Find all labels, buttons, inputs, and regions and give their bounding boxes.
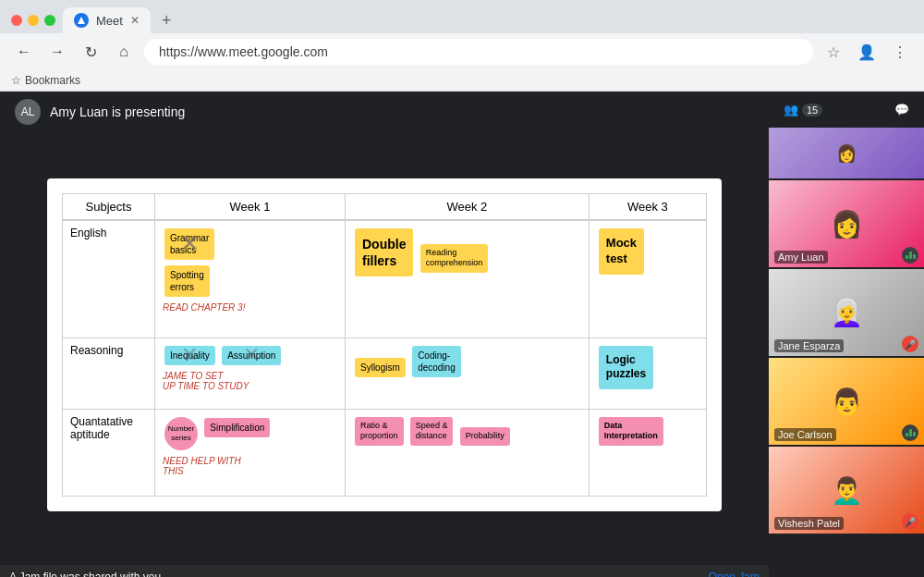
more-options-button[interactable]: ⋮ xyxy=(887,39,913,65)
video-tile-vishesh: 👨‍🦱 Vishesh Patel 🎤 xyxy=(769,447,924,534)
sticky-note: Coding-decoding xyxy=(412,346,461,377)
bookmark-star-button[interactable]: ☆ xyxy=(821,39,846,65)
participant-name-jane: Jane Esparza xyxy=(774,339,844,352)
refresh-button[interactable]: ↻ xyxy=(78,39,103,65)
video-tiles: 👩 👩 Amy Luan 👩‍🦳 Jane Esparza xyxy=(769,128,924,577)
sticky-note: Inequality✕ xyxy=(164,346,215,365)
td-cell: Inequality✕ Assumption✕ JAME TO SETUP TI… xyxy=(155,338,346,409)
col-header-week1: Week 1 xyxy=(155,194,346,221)
participant-count: 15 xyxy=(802,104,822,117)
whiteboard-table: Subjects Week 1 Week 2 Week 3 English xyxy=(62,193,707,497)
table-row: Quantatativeaptitude Numberseries Simpli… xyxy=(63,409,707,496)
chat-icon: 💬 xyxy=(894,103,909,117)
avatar: 👩 xyxy=(769,128,924,178)
bookmarks-label: Bookmarks xyxy=(25,74,80,87)
screen-content: Subjects Week 1 Week 2 Week 3 English xyxy=(0,132,769,565)
mic-indicator-joe xyxy=(902,424,918,441)
handwriting-note: READ CHAPTER 3! xyxy=(163,302,337,313)
people-icon: 👥 xyxy=(784,103,798,117)
sticky-note: Readingcomprehension xyxy=(420,244,489,273)
table-row: Reasoning Inequality✕ Assumption✕ JAME T… xyxy=(63,338,707,409)
participants-tab-button[interactable]: 👥 15 xyxy=(776,99,830,120)
meet-container: AL Amy Luan is presenting Subjects Week … xyxy=(0,92,924,577)
maximize-dot[interactable] xyxy=(44,15,55,26)
new-tab-button[interactable]: + xyxy=(162,11,172,31)
sticky-note: Grammarbasics✕ xyxy=(164,228,214,260)
sticky-note: Ratio &proportion xyxy=(355,417,404,446)
browser-dots xyxy=(11,15,55,26)
forward-button[interactable]: → xyxy=(44,39,70,65)
participant-name-vishesh: Vishesh Patel xyxy=(774,517,844,530)
participant-name-joe: Joe Carlson xyxy=(774,428,836,441)
video-tile-jane: 👩‍🦳 Jane Esparza 🎤 xyxy=(769,269,924,356)
sticky-note: DataInterpretation xyxy=(599,417,663,446)
jam-notification-text: A Jam file was shared with you xyxy=(9,571,161,577)
mic-muted-icon: 🎤 xyxy=(905,517,916,527)
td-cell: Doublefillers Readingcomprehension xyxy=(345,220,589,338)
video-tile-joe: 👨 Joe Carlson xyxy=(769,358,924,445)
video-tile-amy: 👩 Amy Luan xyxy=(769,180,924,267)
minimize-dot[interactable] xyxy=(28,15,39,26)
sticky-note: Logicpuzzles xyxy=(599,346,653,389)
mic-muted-icon: 🎤 xyxy=(905,339,916,350)
video-tile-top: 👩 xyxy=(769,128,924,178)
sticky-note: Doublefillers xyxy=(355,228,413,276)
mic-indicator-vishesh: 🎤 xyxy=(902,513,918,530)
tab-close-button[interactable]: ✕ xyxy=(130,14,140,27)
sticky-note: Probability xyxy=(460,427,510,446)
right-sidebar: 👥 15 💬 👩 👩 Amy Luan xyxy=(769,92,924,577)
tab-favicon xyxy=(74,13,89,28)
participant-name-amy: Amy Luan xyxy=(774,251,828,264)
sticky-note: Assumption✕ xyxy=(222,346,281,365)
close-dot[interactable] xyxy=(11,15,22,26)
td-cell: Syllogism Coding-decoding xyxy=(345,338,589,409)
col-header-week3: Week 3 xyxy=(589,194,706,221)
sound-bar xyxy=(906,252,916,259)
sidebar-header: 👥 15 💬 xyxy=(769,92,924,128)
presenter-bar: AL Amy Luan is presenting xyxy=(0,92,769,132)
back-button[interactable]: ← xyxy=(11,39,37,65)
td-cell: DataInterpretation xyxy=(589,409,706,496)
toolbar-icons: ☆ 👤 ⋮ xyxy=(821,39,913,65)
browser-toolbar: ← → ↻ ⌂ ☆ 👤 ⋮ xyxy=(0,33,924,70)
td-cell: Ratio &proportion Speed &distance Probab… xyxy=(345,409,589,496)
table-row: English Grammarbasics✕ Spottingerrors RE… xyxy=(63,220,707,338)
td-cell: Grammarbasics✕ Spottingerrors READ CHAPT… xyxy=(155,220,346,338)
subject-cell: Quantatativeaptitude xyxy=(63,409,155,496)
sticky-note: Syllogism xyxy=(355,358,406,377)
whiteboard: Subjects Week 1 Week 2 Week 3 English xyxy=(47,178,722,511)
handwriting-note: JAME TO SETUP TIME TO STUDY xyxy=(163,371,337,391)
sound-bar xyxy=(906,429,916,436)
jam-notification: A Jam file was shared with you Open Jam xyxy=(0,565,769,577)
profile-button[interactable]: 👤 xyxy=(854,39,880,65)
td-cell: Mocktest xyxy=(589,220,706,338)
presenter-avatar: AL xyxy=(15,99,41,125)
main-area: AL Amy Luan is presenting Subjects Week … xyxy=(0,92,769,577)
presenter-text: Amy Luan is presenting xyxy=(50,104,185,119)
td-cell: Logicpuzzles xyxy=(589,338,706,409)
tab-title: Meet xyxy=(96,14,123,28)
open-jam-button[interactable]: Open Jam xyxy=(709,571,760,577)
home-button[interactable]: ⌂ xyxy=(111,39,137,65)
sticky-note: Spottingerrors xyxy=(164,265,210,297)
col-header-subjects: Subjects xyxy=(63,194,155,221)
sticky-note: Simplification xyxy=(204,418,270,437)
handwriting-note: NEED HELP WITHTHIS xyxy=(163,456,337,476)
browser-title-bar: Meet ✕ + xyxy=(0,0,924,33)
subject-cell: Reasoning xyxy=(63,338,155,409)
browser-tab[interactable]: Meet ✕ xyxy=(63,7,151,33)
address-bar[interactable] xyxy=(144,39,813,65)
mic-indicator-amy xyxy=(902,247,918,264)
subject-cell: English xyxy=(63,220,155,338)
sticky-note: Speed &distance xyxy=(410,417,454,446)
mic-indicator-jane: 🎤 xyxy=(902,336,918,352)
sticky-note: Numberseries xyxy=(164,417,198,450)
td-cell: Numberseries Simplification NEED HELP WI… xyxy=(155,409,346,496)
bookmarks-bar: ☆ Bookmarks xyxy=(0,70,924,91)
col-header-week2: Week 2 xyxy=(345,194,589,221)
browser-chrome: Meet ✕ + ← → ↻ ⌂ ☆ 👤 ⋮ ☆ Bookmarks xyxy=(0,0,924,92)
chat-tab-button[interactable]: 💬 xyxy=(887,99,917,120)
sticky-note: Mocktest xyxy=(599,228,644,275)
